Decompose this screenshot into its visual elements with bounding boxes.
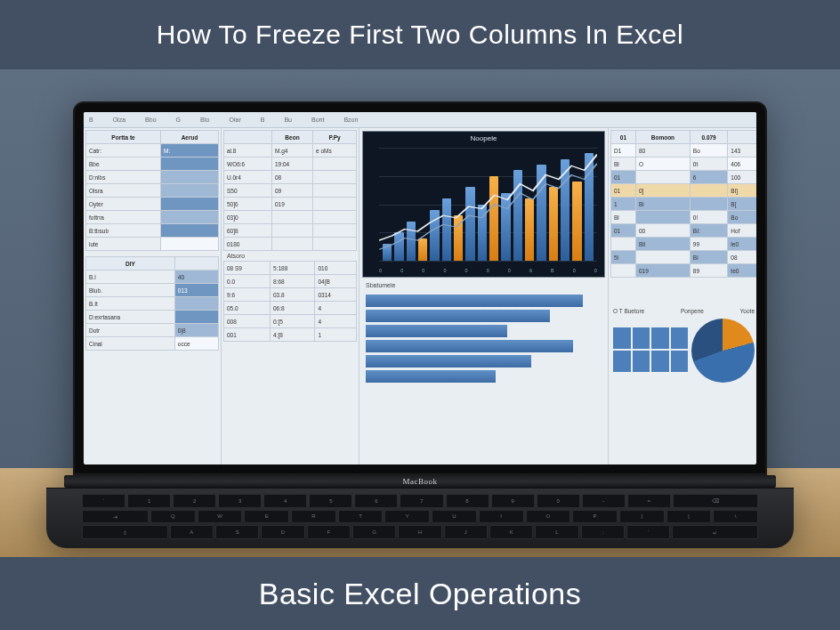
cell[interactable]: Bo (690, 144, 728, 158)
cell[interactable]: 03]0 (224, 211, 272, 224)
cell[interactable]: 4 (315, 302, 357, 315)
cell[interactable]: 019 (271, 198, 312, 211)
menu-item[interactable]: B (261, 117, 265, 123)
cell[interactable]: B:tbsub (86, 224, 161, 238)
cell[interactable]: 08 S9 (224, 262, 271, 275)
cell[interactable]: U.0r4 (224, 171, 272, 184)
cell[interactable]: 05.0 (224, 302, 271, 315)
cell[interactable]: 6 (690, 171, 728, 184)
cell[interactable] (635, 251, 690, 264)
cell[interactable]: M.g4 (271, 144, 312, 158)
cell[interactable]: 4:[8 (271, 328, 315, 342)
cell[interactable] (174, 311, 218, 324)
cell[interactable]: Oyter (86, 198, 161, 211)
menu-item[interactable]: Bu (284, 117, 292, 123)
cell[interactable] (313, 171, 357, 184)
cell[interactable]: Bl (611, 158, 636, 171)
cell[interactable]: S50 (224, 184, 272, 198)
cell[interactable]: occe (174, 337, 218, 351)
cell[interactable]: fottrra (86, 211, 161, 224)
menu-item[interactable]: Bto (200, 117, 210, 123)
cell[interactable]: 008 (224, 315, 271, 328)
cell[interactable] (271, 224, 312, 238)
cell[interactable]: 0180 (224, 238, 272, 251)
cell[interactable]: 01 (611, 224, 636, 238)
cell[interactable]: 40 (174, 271, 218, 284)
cell[interactable] (161, 184, 219, 198)
cell[interactable]: e oMs (313, 144, 357, 158)
cell[interactable]: 04[B (315, 275, 357, 288)
cell[interactable]: Hof (728, 224, 756, 238)
cell[interactable]: le0 (728, 238, 756, 251)
cell[interactable]: 00 (635, 224, 690, 238)
cell[interactable]: 5:188 (271, 262, 315, 275)
cell[interactable] (635, 171, 690, 184)
cell[interactable]: Bl (611, 211, 636, 224)
cell[interactable]: 1 (315, 328, 357, 342)
cell[interactable] (161, 198, 219, 211)
cell[interactable] (635, 211, 690, 224)
col-header[interactable] (224, 131, 272, 144)
cell[interactable] (271, 211, 312, 224)
cell[interactable]: M: (161, 144, 219, 158)
cell[interactable] (690, 184, 728, 198)
cell[interactable]: 0t (690, 158, 728, 171)
col-header[interactable]: Beon (271, 131, 312, 144)
cell[interactable]: 19:04 (271, 158, 312, 171)
cell[interactable]: Cinal (86, 337, 175, 351)
cell[interactable]: 0] (635, 184, 690, 198)
cell[interactable]: 5l (611, 251, 636, 264)
cell[interactable]: 1 (611, 198, 636, 211)
cell[interactable]: B[ (728, 198, 756, 211)
cell[interactable]: al.8 (224, 144, 272, 158)
col-header[interactable] (174, 257, 218, 271)
cell[interactable] (313, 224, 357, 238)
cell[interactable]: WO6:6 (224, 158, 272, 171)
cell[interactable]: Bo (728, 211, 756, 224)
cell[interactable] (161, 238, 219, 251)
cell[interactable]: lute (86, 238, 161, 251)
cell[interactable]: 8:68 (271, 275, 315, 288)
cell[interactable] (174, 297, 218, 311)
cell[interactable]: 0! (690, 211, 728, 224)
cell[interactable]: Dotr (86, 324, 175, 337)
cell[interactable] (313, 238, 357, 251)
cell[interactable]: D:nlbs (86, 171, 161, 184)
cell[interactable] (313, 184, 357, 198)
cell[interactable]: 50]6 (224, 198, 272, 211)
cell[interactable]: 60]8 (224, 224, 272, 238)
col-header[interactable]: DIY (86, 257, 175, 271)
cell[interactable]: 08 (271, 171, 312, 184)
menu-item[interactable]: B (89, 117, 93, 123)
cell[interactable]: O (635, 158, 690, 171)
cell[interactable]: 01 (611, 184, 636, 198)
cell[interactable] (161, 158, 219, 171)
menu-item[interactable]: Olar (230, 117, 241, 123)
cell[interactable] (161, 171, 219, 184)
cell[interactable]: 06:8 (271, 302, 315, 315)
cell[interactable]: D:exrtasana (86, 311, 175, 324)
cell[interactable] (313, 158, 357, 171)
cell[interactable]: Bl (690, 251, 728, 264)
cell[interactable]: 99 (690, 238, 728, 251)
col-header[interactable]: Portta te (86, 131, 161, 144)
cell[interactable]: 013 (174, 284, 218, 297)
cell[interactable]: 4 (315, 315, 357, 328)
cell[interactable]: Olsra (86, 184, 161, 198)
cell[interactable]: 010 (315, 262, 357, 275)
cell[interactable]: 0314 (315, 288, 357, 302)
cell[interactable] (313, 198, 357, 211)
menu-item[interactable]: Bont (311, 117, 324, 123)
left-table-b[interactable]: DIY B.l40 Blub.013 B.It D:exrtasana Dotr… (85, 256, 219, 351)
cell[interactable]: 08 (728, 251, 756, 264)
cell[interactable]: 100 (728, 171, 756, 184)
mid-table-a[interactable]: BeonP.Py al.8M.g4e oMs WO6:619:04 U.0r40… (223, 130, 357, 251)
cell[interactable]: Blub. (86, 284, 175, 297)
cell[interactable]: B.It (86, 297, 175, 311)
cell[interactable]: 03.8 (271, 288, 315, 302)
cell[interactable]: 001 (224, 328, 271, 342)
right-table[interactable]: 01Bomoon0.079 D180Bo143 BlO0t406 016100 … (610, 130, 756, 278)
cell[interactable]: 01 (611, 171, 636, 184)
mid-table-b[interactable]: 08 S95:188010 0.08:6804[B 9:603.80314 05… (223, 261, 357, 342)
cell[interactable]: Catr: (86, 144, 161, 158)
